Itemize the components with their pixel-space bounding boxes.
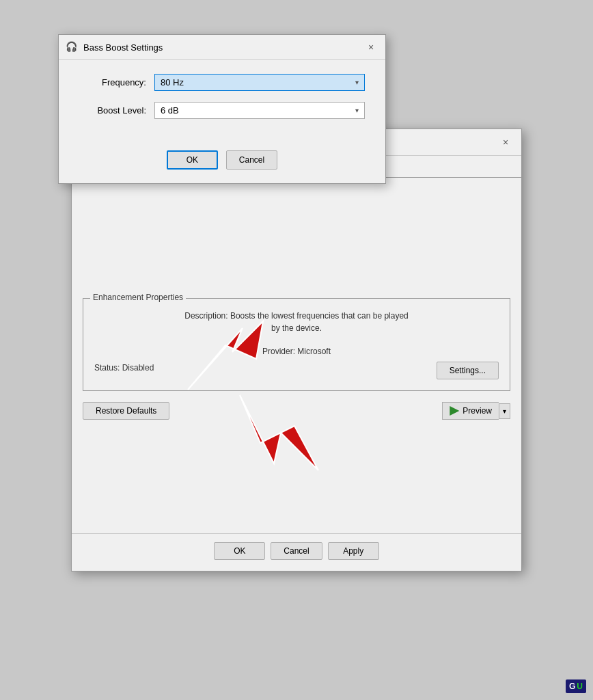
bottom-button-bar: OK Cancel Apply [72,533,521,571]
boost-value: 6 dB [161,105,179,116]
boost-select[interactable]: 6 dB ▾ [154,102,365,119]
group-box-title: Enhancement Properties [90,293,186,302]
dialog-cancel-button[interactable]: Cancel [226,150,277,170]
dialog-title-bar: 🎧 Bass Boost Settings × [59,35,385,60]
dialog-buttons: OK Cancel [59,144,385,183]
dialog-content: Frequency: 80 Hz ▾ Boost Level: 6 dB ▾ [59,60,385,144]
ok-button[interactable]: OK [214,542,265,560]
dialog-close-button[interactable]: × [363,40,378,55]
frequency-value: 80 Hz [161,77,184,88]
frequency-select[interactable]: 80 Hz ▾ [154,74,365,91]
boost-label: Boost Level: [79,105,154,116]
frequency-label: Frequency: [79,77,154,88]
provider-info: Provider: Microsoft [94,347,499,356]
watermark-u: U [577,682,583,691]
frequency-chevron-icon: ▾ [355,79,359,86]
boost-chevron-icon: ▾ [355,107,359,114]
dialog-title: Bass Boost Settings [83,42,363,53]
preview-label: Preview [463,406,492,416]
frequency-row: Frequency: 80 Hz ▾ [79,74,365,91]
cancel-button[interactable]: Cancel [271,542,322,560]
status-info: Status: Disabled [94,363,154,373]
boost-level-row: Boost Level: 6 dB ▾ [79,102,365,119]
apply-button[interactable]: Apply [328,542,379,560]
enhancement-group-box: Enhancement Properties Description: Boos… [83,298,510,391]
preview-main-button[interactable]: Preview [442,402,499,420]
preview-dropdown-button[interactable]: ▾ [499,403,510,419]
play-icon [450,406,459,416]
main-close-button[interactable]: × [498,135,513,150]
watermark-g: G [569,682,575,691]
watermark: G U [566,679,586,693]
bass-boost-dialog: 🎧 Bass Boost Settings × Frequency: 80 Hz… [58,34,386,184]
enhancement-description: Description: Boosts the lowest frequenci… [94,310,499,334]
dialog-ok-button[interactable]: OK [167,150,218,170]
main-window: 🎧 Headphones Properties × General Levels… [71,129,522,571]
enhancement-section: Enhancement Properties Description: Boos… [83,298,510,420]
restore-preview-row: Restore Defaults Preview ▾ [83,402,510,420]
dialog-headphones-icon: 🎧 [66,41,78,53]
restore-defaults-button[interactable]: Restore Defaults [83,402,169,420]
preview-button-group: Preview ▾ [442,402,510,420]
dialog-box: 🎧 Bass Boost Settings × Frequency: 80 Hz… [58,34,386,184]
content-area: 🎧 Bass Boost Settings × Frequency: 80 Hz… [72,178,521,533]
settings-button[interactable]: Settings... [437,362,499,379]
